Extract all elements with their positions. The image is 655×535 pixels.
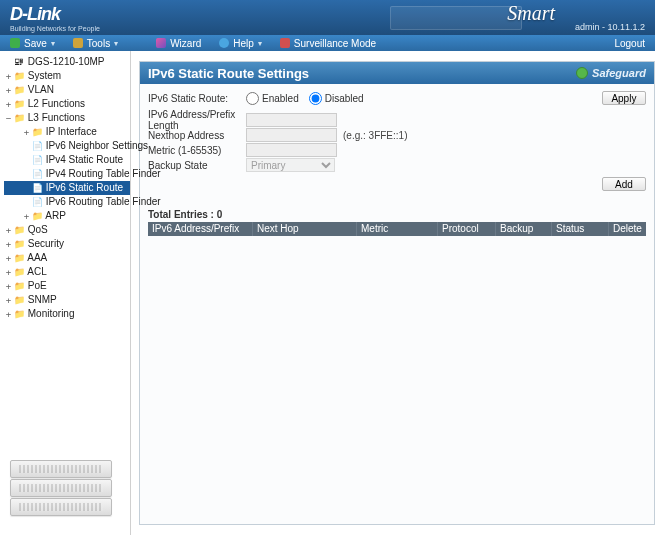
addr-input[interactable] [246, 113, 337, 127]
switch-image [10, 460, 110, 510]
backup-label: Backup State [148, 160, 246, 171]
tree-ipv6-static[interactable]: IPv6 Static Route [4, 181, 130, 195]
static-route-label: IPv6 Static Route: [148, 93, 236, 104]
menubar: Save▾ Tools▾ Wizard Help▾ Surveillance M… [0, 35, 655, 51]
nav-tree: 🖳 DGS-1210-10MP + System + VLAN + L2 Fun… [0, 51, 130, 321]
metric-input[interactable] [246, 143, 337, 157]
tree-system[interactable]: + System [4, 69, 130, 83]
save-icon [10, 38, 20, 48]
tree-snmp[interactable]: + SNMP [4, 293, 130, 307]
th-nexthop: Next Hop [253, 222, 357, 236]
app-header: D-Link Building Networks for People Smar… [0, 0, 655, 35]
tree-qos[interactable]: + QoS [4, 223, 130, 237]
main-area: IPv6 Static Route Settings Safeguard IPv… [131, 51, 655, 535]
total-entries: Total Entries : 0 [148, 209, 646, 220]
menu-help[interactable]: Help▾ [219, 38, 262, 49]
nexthop-label: Nexthop Address [148, 130, 246, 141]
brand-logo: D-Link Building Networks for People [10, 4, 100, 32]
admin-info: admin - 10.11.1.2 [575, 22, 645, 32]
tree-acl[interactable]: + ACL [4, 265, 130, 279]
tree-arp[interactable]: + ARP [4, 209, 130, 223]
add-button[interactable]: Add [602, 177, 646, 191]
wizard-icon [156, 38, 166, 48]
tree-monitoring[interactable]: + Monitoring [4, 307, 130, 321]
th-backup: Backup [496, 222, 552, 236]
tools-icon [73, 38, 83, 48]
chevron-down-icon: ▾ [258, 39, 262, 48]
menu-surveillance[interactable]: Surveillance Mode [280, 38, 376, 49]
tree-l3[interactable]: − L3 Functions [4, 111, 130, 125]
help-icon [219, 38, 229, 48]
tree-ipv6-finder[interactable]: IPv6 Routing Table Finder [4, 195, 130, 209]
nexthop-input[interactable] [246, 128, 337, 142]
tree-vlan[interactable]: + VLAN [4, 83, 130, 97]
settings-panel: IPv6 Static Route Settings Safeguard IPv… [139, 61, 655, 525]
tree-ipv4-finder[interactable]: IPv4 Routing Table Finder [4, 167, 130, 181]
safeguard-indicator: Safeguard [576, 67, 646, 79]
metric-label: Metric (1-65535) [148, 145, 246, 156]
tree-ip-interface[interactable]: + IP Interface [4, 125, 130, 139]
menu-save[interactable]: Save▾ [10, 38, 55, 49]
backup-select[interactable]: Primary [246, 158, 335, 172]
table-header: IPv6 Address/Prefix Next Hop Metric Prot… [148, 222, 646, 236]
switch-port-graphic [390, 6, 522, 30]
disabled-label: Disabled [325, 93, 364, 104]
menu-wizard[interactable]: Wizard [156, 38, 201, 49]
brand-sub: Building Networks for People [10, 25, 100, 32]
tree-device[interactable]: 🖳 DGS-1210-10MP [4, 55, 130, 69]
sidebar: 🖳 DGS-1210-10MP + System + VLAN + L2 Fun… [0, 51, 131, 535]
th-metric: Metric [357, 222, 438, 236]
chevron-down-icon: ▾ [114, 39, 118, 48]
enabled-label: Enabled [262, 93, 299, 104]
tree-aaa[interactable]: + AAA [4, 251, 130, 265]
enabled-radio[interactable] [246, 92, 259, 105]
menu-tools[interactable]: Tools▾ [73, 38, 118, 49]
safeguard-icon [576, 67, 588, 79]
nexthop-hint: (e.g.: 3FFE::1) [343, 130, 407, 141]
th-addr: IPv6 Address/Prefix [148, 222, 253, 236]
menu-logout[interactable]: Logout [614, 38, 645, 49]
panel-title: IPv6 Static Route Settings [148, 66, 309, 81]
th-delete: Delete [609, 222, 646, 236]
surveillance-icon [280, 38, 290, 48]
th-protocol: Protocol [438, 222, 496, 236]
tree-ipv4-static[interactable]: IPv4 Static Route [4, 153, 130, 167]
panel-header: IPv6 Static Route Settings Safeguard [140, 62, 654, 84]
th-status: Status [552, 222, 609, 236]
tree-security[interactable]: + Security [4, 237, 130, 251]
apply-button[interactable]: Apply [602, 91, 646, 105]
brand-main: D-Link [10, 4, 100, 25]
tree-poe[interactable]: + PoE [4, 279, 130, 293]
smart-logo: Smart [507, 2, 555, 25]
addr-label: IPv6 Address/Prefix Length [148, 109, 246, 131]
disabled-radio[interactable] [309, 92, 322, 105]
tree-l2[interactable]: + L2 Functions [4, 97, 130, 111]
chevron-down-icon: ▾ [51, 39, 55, 48]
tree-ipv6-neighbor[interactable]: IPv6 Neighbor Settings [4, 139, 130, 153]
